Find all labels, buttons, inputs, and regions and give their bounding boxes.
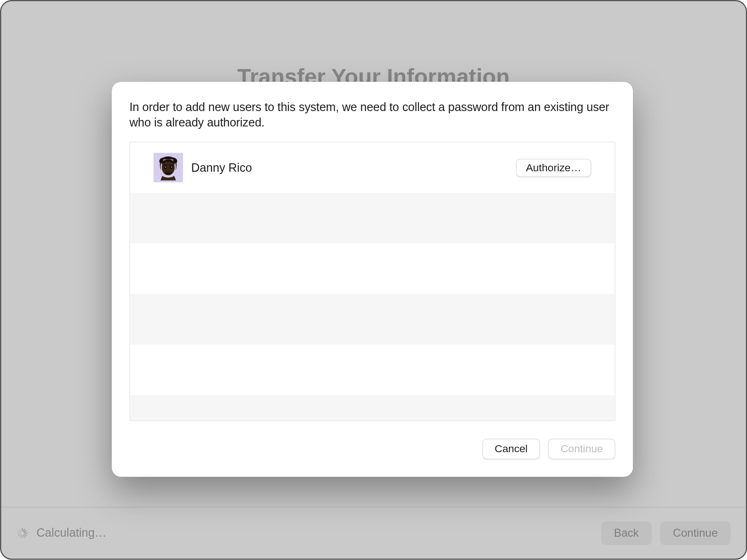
continue-button-modal[interactable]: Continue — [548, 439, 615, 459]
user-list: Danny Rico Authorize… — [129, 142, 615, 421]
table-row — [130, 395, 614, 421]
spinner-icon — [16, 527, 28, 539]
avatar — [154, 153, 183, 182]
background-footer: Calculating… Back Continue — [1, 507, 746, 559]
svg-point-3 — [165, 167, 166, 168]
modal-description: In order to add new users to this system… — [129, 99, 615, 130]
user-name: Danny Rico — [191, 161, 252, 175]
table-row — [130, 244, 614, 294]
continue-button-background[interactable]: Continue — [660, 521, 731, 545]
user-row: Danny Rico Authorize… — [130, 142, 614, 193]
back-button[interactable]: Back — [601, 521, 652, 545]
status-text: Calculating… — [36, 526, 106, 540]
table-row — [130, 294, 614, 344]
svg-point-4 — [171, 167, 172, 168]
table-row — [130, 344, 614, 395]
svg-point-1 — [164, 166, 167, 169]
authorize-button[interactable]: Authorize… — [516, 159, 591, 177]
table-row — [130, 193, 614, 243]
svg-point-2 — [170, 166, 173, 169]
authorize-modal: In order to add new users to this system… — [112, 82, 633, 477]
cancel-button[interactable]: Cancel — [482, 439, 540, 459]
